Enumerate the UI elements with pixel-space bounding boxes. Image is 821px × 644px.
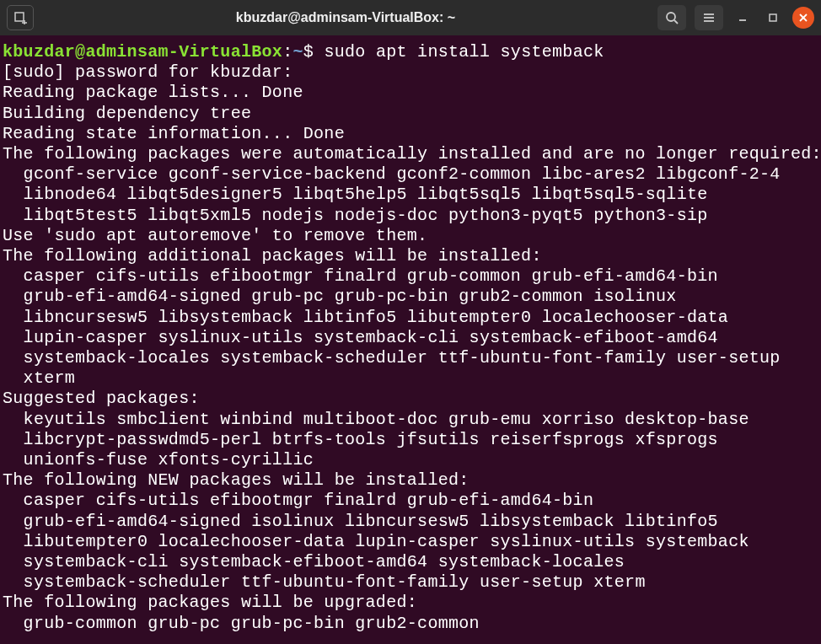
output-line: Building dependency tree: [3, 104, 818, 124]
output-line: grub-efi-amd64-signed isolinux libncurse…: [3, 512, 818, 532]
output-line: The following NEW packages will be insta…: [3, 470, 818, 491]
output-line: The following packages will be upgraded:: [3, 593, 818, 613]
output-line: Use 'sudo apt autoremove' to remove them…: [3, 226, 818, 246]
titlebar-left: [7, 5, 34, 30]
output-line: systemback-scheduler ttf-ubuntu-font-fam…: [3, 572, 818, 593]
prompt-line: kbuzdar@adminsam-VirtualBox:~$ sudo apt …: [3, 42, 818, 62]
output-line: [sudo] password for kbuzdar:: [3, 62, 818, 83]
close-icon: [798, 13, 808, 23]
search-icon: [665, 11, 679, 24]
prompt-path: ~: [292, 42, 303, 62]
output-line: systemback-cli systemback-efiboot-amd64 …: [3, 552, 818, 572]
titlebar-right: [657, 5, 814, 30]
output-line: libutempter0 localechooser-data lupin-ca…: [3, 532, 818, 552]
prompt-userhost: kbuzdar@adminsam-VirtualBox: [3, 42, 282, 62]
output-line: casper cifs-utils efibootmgr finalrd gru…: [3, 266, 818, 287]
search-button[interactable]: [657, 5, 686, 30]
titlebar: kbuzdar@adminsam-VirtualBox: ~: [0, 0, 821, 35]
output-line: The following additional packages will b…: [3, 246, 818, 266]
output-line: grub-common grub-pc grub-pc-bin grub2-co…: [3, 614, 818, 634]
output-line: libqt5test5 libqt5xml5 nodejs nodejs-doc…: [3, 206, 818, 226]
maximize-icon: [768, 13, 778, 23]
new-tab-icon: [13, 11, 27, 24]
prompt-dollar: $: [303, 42, 325, 62]
svg-line-4: [674, 20, 678, 24]
svg-rect-9: [770, 14, 776, 21]
output-line: casper cifs-utils efibootmgr finalrd gru…: [3, 491, 818, 511]
svg-rect-0: [15, 13, 24, 21]
minimize-button[interactable]: [732, 7, 754, 29]
output-line: Suggested packages:: [3, 389, 818, 409]
output-line: Reading state information... Done: [3, 124, 818, 144]
new-tab-button[interactable]: [7, 5, 34, 30]
output-line: libcrypt-passwdmd5-perl btrfs-tools jfsu…: [3, 430, 818, 450]
svg-point-3: [667, 13, 675, 21]
hamburger-icon: [702, 11, 716, 24]
output-line: libnode64 libqt5designer5 libqt5help5 li…: [3, 185, 818, 205]
prompt-colon: :: [282, 42, 292, 62]
window-title: kbuzdar@adminsam-VirtualBox: ~: [40, 10, 651, 25]
output-line: The following packages were automaticall…: [3, 144, 818, 164]
output-line: grub-efi-amd64-signed grub-pc grub-pc-bi…: [3, 287, 818, 307]
output-line: systemback-locales systemback-scheduler …: [3, 348, 818, 368]
close-button[interactable]: [792, 7, 814, 29]
maximize-button[interactable]: [762, 7, 784, 29]
command-text: sudo apt install systemback: [324, 42, 604, 62]
minimize-icon: [738, 13, 748, 23]
output-line: gconf-service gconf-service-backend gcon…: [3, 164, 818, 185]
output-line: Reading package lists... Done: [3, 83, 818, 103]
terminal-output[interactable]: kbuzdar@adminsam-VirtualBox:~$ sudo apt …: [0, 35, 821, 641]
menu-button[interactable]: [695, 5, 723, 30]
output-line: keyutils smbclient winbind multiboot-doc…: [3, 410, 818, 430]
output-line: unionfs-fuse xfonts-cyrillic: [3, 450, 818, 470]
output-line: xterm: [3, 368, 818, 389]
output-line: libncursesw5 libsystemback libtinfo5 lib…: [3, 308, 818, 328]
output-line: lupin-casper syslinux-utils systemback-c…: [3, 328, 818, 348]
